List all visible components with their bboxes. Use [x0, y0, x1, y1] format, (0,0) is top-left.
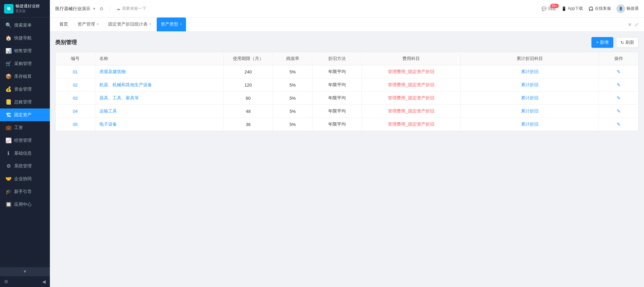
settings-icon[interactable]: ⚙ [4, 279, 8, 284]
sidebar-item-salary[interactable]: 💼 工资 [0, 121, 50, 134]
sidebar-item-label-sales: 销售管理 [14, 48, 32, 54]
guide-icon: 🎓 [5, 189, 11, 195]
customer-service-button[interactable]: 🎧 在线客服 [588, 6, 611, 11]
search-icon: 🔍 [5, 22, 11, 28]
sidebar-item-guide[interactable]: 🎓 新手引导 [0, 185, 50, 198]
refresh-button[interactable]: ↻ 刷新 [616, 37, 639, 48]
cell-name-3[interactable]: 运输工具 [95, 105, 223, 118]
sidebar-item-label-salary: 工资 [14, 125, 23, 131]
app-download-button[interactable]: 📱 App下载 [561, 6, 583, 11]
table-row: 04 运输工具 48 5% 年限平均 管理费用_固定资产折旧 累计折旧 ✎ [56, 105, 638, 118]
cell-edit-3[interactable]: ✎ [599, 105, 638, 118]
sidebar-item-ops[interactable]: 📈 经营管理 [0, 134, 50, 147]
cell-code-4: 05 [56, 118, 95, 131]
user-button[interactable]: 👤 畅捷通 [616, 4, 639, 13]
cell-expense-4: 管理费用_固定资产折旧 [362, 118, 460, 131]
cell-code-1: 02 [56, 78, 95, 92]
topbar-experience[interactable]: ☁ 我要体验一下 [116, 6, 146, 11]
topbar-separator [110, 5, 110, 12]
experience-label: 我要体验一下 [122, 6, 146, 11]
cell-expense-0: 管理费用_固定资产折旧 [362, 65, 460, 78]
cell-accum-2[interactable]: 累计折旧 [460, 92, 599, 105]
sidebar-item-fixed[interactable]: 🏗 固定资产 [0, 108, 50, 121]
cell-period-2: 60 [223, 92, 273, 105]
tab-depreciation[interactable]: 固定资产折旧统计表× [104, 18, 155, 31]
cell-name-2[interactable]: 器具、工具、家具等 [95, 92, 223, 105]
ops-icon: 📈 [5, 137, 11, 144]
expand-icon[interactable]: ⤢ [635, 22, 639, 27]
cell-edit-0[interactable]: ✎ [599, 65, 638, 78]
sidebar: 畅 畅捷通好业财 普及版 🔍 搜索菜单 🏠 快捷导航 📊 销售管理 🛒 采购管理… [0, 0, 50, 287]
tab-asset_type[interactable]: 资产类型× [157, 18, 186, 31]
sidebar-item-label-fixed: 固定资产 [14, 112, 32, 118]
sidebar-item-base[interactable]: ℹ 基础信息 [0, 147, 50, 160]
sidebar-item-label-system: 系统管理 [14, 163, 32, 169]
cell-edit-2[interactable]: ✎ [599, 92, 638, 105]
topbar-right: 💬 消息 99+ 📱 App下载 🎧 在线客服 👤 畅捷通 [542, 4, 639, 13]
topbar: 医疗器械行业演示 ▼ ⚙ ☁ 我要体验一下 💬 消息 99+ 📱 App下载 🎧… [50, 0, 644, 18]
topbar-title: 医疗器械行业演示 ▼ ⚙ [55, 6, 104, 12]
sidebar-item-system[interactable]: ⚙ 系统管理 [0, 160, 50, 172]
cell-edit-1[interactable]: ✎ [599, 78, 638, 92]
salary-icon: 💼 [5, 125, 11, 131]
sidebar-item-label-ops: 经营管理 [14, 137, 32, 144]
cell-accum-1[interactable]: 累计折旧 [460, 78, 599, 92]
tabbar: 首页资产管理×固定资产折旧统计表×资产类型× ✕ ⤢ [50, 18, 644, 32]
sidebar-item-label-purchase: 采购管理 [14, 61, 32, 67]
sales-icon: 📊 [5, 48, 11, 54]
cell-period-1: 120 [223, 78, 273, 92]
base-icon: ℹ [5, 150, 11, 156]
sidebar-item-coop[interactable]: 🤝 企业协同 [0, 172, 50, 185]
app-download-label: App下载 [568, 6, 583, 11]
app-logo-icon: 畅 [4, 4, 13, 13]
close-tab-icon[interactable]: ✕ [628, 22, 632, 27]
user-name: 畅捷通 [626, 6, 639, 11]
cell-method-1: 年限平均 [312, 78, 362, 92]
cell-expense-1: 管理费用_固定资产折旧 [362, 78, 460, 92]
sidebar-logo: 畅 畅捷通好业财 普及版 [0, 0, 50, 18]
message-badge: 99+ [550, 4, 559, 8]
page-header: 类别管理 + 新增 ↻ 刷新 [55, 37, 639, 48]
purchase-icon: 🛒 [5, 61, 11, 67]
sidebar-item-sales[interactable]: 📊 销售管理 [0, 44, 50, 57]
sidebar-item-search[interactable]: 🔍 搜索菜单 [0, 19, 50, 32]
sidebar-item-inventory[interactable]: 📦 库存核算 [0, 70, 50, 83]
new-button[interactable]: + 新增 [591, 37, 613, 48]
customer-label: 在线客服 [595, 6, 611, 11]
asset-type-table: 编号名称使用期限（月）残值率折旧方法费用科目累计折旧科目操作 01 房屋及建筑物… [55, 52, 639, 131]
cell-accum-0[interactable]: 累计折旧 [460, 65, 599, 78]
cell-rate-4: 5% [273, 118, 312, 131]
sidebar-footer: ⚙ ◀ [0, 276, 50, 287]
tab-close-depreciation[interactable]: × [149, 22, 151, 26]
table-row: 01 房屋及建筑物 240 5% 年限平均 管理费用_固定资产折旧 累计折旧 ✎ [56, 65, 638, 78]
collapse-icon[interactable]: ◀ [42, 279, 46, 284]
cell-period-0: 240 [223, 65, 273, 78]
cell-expense-2: 管理费用_固定资产折旧 [362, 92, 460, 105]
content-area: 类别管理 + 新增 ↻ 刷新 编号名称使用期限（月）残值率折旧方法费用科目累计折… [50, 32, 644, 287]
topbar-gear-icon[interactable]: ⚙ [99, 6, 104, 11]
cell-edit-4[interactable]: ✎ [599, 118, 638, 131]
customer-icon: 🎧 [588, 6, 593, 11]
cell-rate-2: 5% [273, 92, 312, 105]
sidebar-item-ledger[interactable]: 📒 总账管理 [0, 96, 50, 108]
cell-name-4[interactable]: 电子设备 [95, 118, 223, 131]
tab-label-depreciation: 固定资产折旧统计表 [108, 21, 148, 27]
sidebar-item-appstore[interactable]: 🔲 应用中心 [0, 198, 50, 211]
message-button[interactable]: 💬 消息 99+ [542, 6, 556, 11]
tab-close-asset_type[interactable]: × [180, 22, 182, 26]
cell-rate-1: 5% [273, 78, 312, 92]
tab-home[interactable]: 首页 [55, 18, 72, 31]
sidebar-item-quicknav[interactable]: 🏠 快捷导航 [0, 32, 50, 44]
topbar-arrow-icon: ▼ [92, 7, 96, 11]
cell-accum-4[interactable]: 累计折旧 [460, 118, 599, 131]
cell-name-0[interactable]: 房屋及建筑物 [95, 65, 223, 78]
sidebar-item-purchase[interactable]: 🛒 采购管理 [0, 57, 50, 70]
sidebar-item-capital[interactable]: 💰 资金管理 [0, 83, 50, 96]
sidebar-scroll-down[interactable]: ▼ [0, 267, 50, 276]
cell-name-1[interactable]: 机器、机械和其他生产设备 [95, 78, 223, 92]
cell-accum-3[interactable]: 累计折旧 [460, 105, 599, 118]
system-icon: ⚙ [5, 163, 11, 169]
tab-close-assets[interactable]: × [97, 22, 99, 26]
tab-assets[interactable]: 资产管理× [73, 18, 103, 31]
quicknav-icon: 🏠 [5, 35, 11, 41]
